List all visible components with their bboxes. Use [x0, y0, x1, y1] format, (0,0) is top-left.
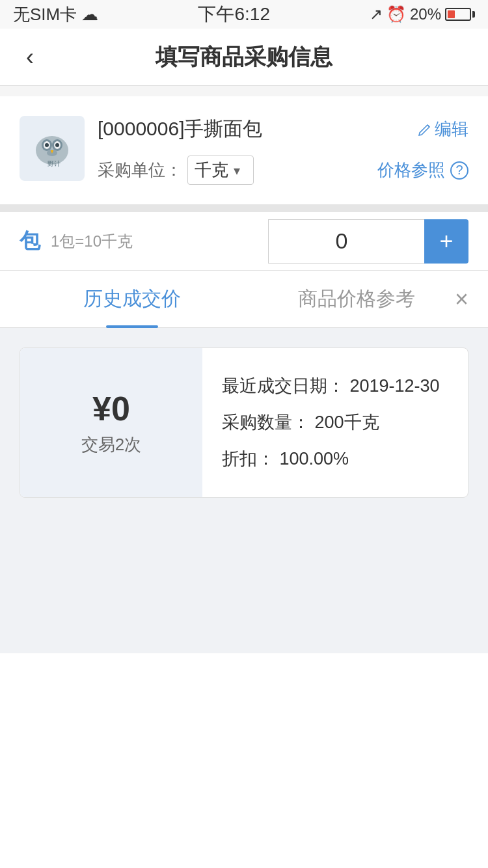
quantity-row: 包 1包=10千克 +	[0, 212, 488, 271]
recent-date-label: 最近成交日期：	[222, 376, 345, 396]
quantity-label: 包 1包=10千克	[20, 227, 133, 256]
dropdown-arrow-icon: ▾	[234, 163, 240, 178]
product-name: [0000006]手撕面包	[98, 116, 262, 142]
tab-active-indicator	[106, 325, 158, 328]
tab-history-label: 历史成交价	[83, 286, 181, 312]
price-ref-label: 价格参照	[377, 159, 445, 182]
battery-icon	[445, 8, 475, 21]
svg-text:野计: 野计	[47, 160, 61, 167]
svg-point-5	[45, 143, 49, 147]
page-title: 填写商品采购信息	[156, 42, 332, 72]
purchase-qty-value: 200千克	[315, 413, 379, 432]
back-button[interactable]: ‹	[20, 37, 40, 77]
tab-close-button[interactable]: ×	[448, 279, 475, 319]
price-card: ¥0 交易2次 最近成交日期： 2019-12-30 采购数量： 200千克 折…	[20, 347, 468, 498]
edit-icon	[418, 122, 432, 137]
carrier-text: 无SIM卡 ☁	[13, 3, 98, 26]
unit-prefix: 采购单位：	[98, 159, 182, 182]
recent-date-value: 2019-12-30	[350, 376, 440, 396]
tab-history-price[interactable]: 历史成交价	[20, 271, 244, 328]
brand-logo-svg: 野计	[29, 126, 75, 171]
quantity-input-group: +	[268, 219, 468, 264]
edit-label: 编辑	[435, 118, 468, 141]
currency-symbol: ¥	[92, 390, 111, 427]
quantity-input[interactable]	[268, 219, 424, 264]
price-value: 0	[111, 390, 130, 427]
plus-icon: +	[439, 228, 453, 255]
quantity-unit: 包	[20, 227, 40, 256]
product-unit-row: 采购单位： 千克 ▾ 价格参照 ?	[98, 156, 468, 185]
tab-product-price[interactable]: 商品价格参考	[244, 271, 468, 328]
status-left: 无SIM卡 ☁	[13, 3, 98, 26]
product-header: [0000006]手撕面包 编辑	[98, 116, 468, 142]
unit-select[interactable]: 千克 ▾	[187, 156, 254, 185]
alarm-icon: ⏰	[386, 5, 406, 23]
discount-value: 100.00%	[280, 449, 349, 468]
bottom-area	[0, 653, 488, 868]
quantity-plus-button[interactable]: +	[424, 219, 468, 264]
discount-label: 折扣：	[222, 449, 275, 468]
tab-product-label: 商品价格参考	[298, 286, 415, 312]
price-amount: ¥0	[92, 389, 130, 428]
status-right: ↗ ⏰ 20%	[370, 5, 475, 23]
recent-date-row: 最近成交日期： 2019-12-30	[222, 374, 448, 399]
product-logo: 野计	[26, 122, 78, 174]
price-left-panel: ¥0 交易2次	[20, 348, 202, 497]
tabs-container: 历史成交价 商品价格参考 ×	[0, 271, 488, 328]
nav-bar: ‹ 填写商品采购信息	[0, 29, 488, 86]
unit-label: 采购单位： 千克 ▾	[98, 156, 254, 185]
location-icon: ↗	[370, 5, 383, 23]
quantity-conversion: 1包=10千克	[51, 231, 133, 252]
status-time: 下午6:12	[198, 2, 270, 27]
unit-value: 千克	[195, 159, 228, 182]
svg-point-6	[55, 143, 59, 147]
price-right-panel: 最近成交日期： 2019-12-30 采购数量： 200千克 折扣： 100.0…	[202, 348, 468, 497]
battery-text: 20%	[410, 5, 441, 23]
discount-row: 折扣： 100.00%	[222, 447, 448, 472]
purchase-qty-row: 采购数量： 200千克	[222, 411, 448, 435]
product-card: 野计 [0000006]手撕面包 编辑 采购单位： 千克 ▾	[0, 96, 488, 204]
purchase-qty-label: 采购数量：	[222, 413, 310, 432]
edit-button[interactable]: 编辑	[418, 118, 468, 141]
price-ref-help-icon: ?	[450, 161, 468, 180]
price-reference-button[interactable]: 价格参照 ?	[377, 159, 468, 182]
status-bar: 无SIM卡 ☁ 下午6:12 ↗ ⏰ 20%	[0, 0, 488, 29]
price-transactions: 交易2次	[81, 433, 141, 456]
product-image: 野计	[20, 116, 85, 181]
product-details: [0000006]手撕面包 编辑 采购单位： 千克 ▾ 价格参照 ?	[98, 116, 468, 185]
content-area: ¥0 交易2次 最近成交日期： 2019-12-30 采购数量： 200千克 折…	[0, 328, 488, 653]
section-divider	[0, 204, 488, 212]
